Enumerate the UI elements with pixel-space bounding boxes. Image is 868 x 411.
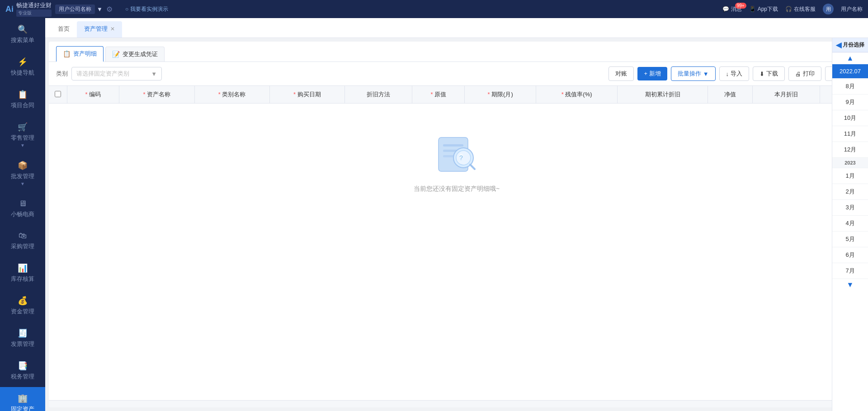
month-item-selected[interactable]: 2022.07 <box>832 64 868 79</box>
table-header-row: 编码 资产名称 类别名称 购买日期 折旧方法 原值 期限(月) 残值率(%) 期… <box>49 86 864 104</box>
company-name: 用户公司名称 <box>55 5 95 14</box>
sub-tab-change-voucher-label: 变更生成凭证 <box>123 50 158 58</box>
month-item-12[interactable]: 12月 <box>832 142 868 158</box>
table-wrapper: 编码 资产名称 类别名称 购买日期 折旧方法 原值 期限(月) 残值率(%) 期… <box>49 86 864 400</box>
add-button[interactable]: + 新增 <box>637 67 667 80</box>
tax-icon: 📑 <box>18 361 28 371</box>
reconcile-button[interactable]: 对账 <box>609 66 634 81</box>
online-service-action[interactable]: 🎧 在线客服 <box>785 5 816 13</box>
invoice-icon: 🧾 <box>18 328 28 338</box>
sidebar-item-ecommerce[interactable]: 🖥 小畅电商 <box>0 193 45 225</box>
month-item-2023-4[interactable]: 4月 <box>832 216 868 231</box>
print-label: 打印 <box>803 70 815 78</box>
demo-text: 我要看实例演示 <box>130 5 168 13</box>
search-icon: 🔍 <box>18 24 28 34</box>
sidebar-label-inventory: 库存核算 <box>11 275 34 283</box>
asset-detail-tab-icon: 📋 <box>63 50 71 57</box>
tab-asset-mgmt-label: 资产管理 <box>84 25 108 33</box>
svg-text:?: ? <box>459 154 463 161</box>
retail-arrow-icon: ▼ <box>20 143 25 148</box>
category-placeholder: 请选择固定资产类别 <box>76 70 129 78</box>
app-download-action[interactable]: 📱 App下载 <box>749 5 778 13</box>
sidebar-item-wholesale[interactable]: 📦 批发管理 ▼ <box>0 154 45 193</box>
settings-icon[interactable]: ⚙ <box>106 5 113 14</box>
category-filter-select[interactable]: 请选择固定资产类别 ▼ <box>71 67 162 80</box>
month-picker-down-button[interactable]: ▼ <box>832 279 868 291</box>
sub-tabs: 📋 资产明细 📝 变更生成凭证 <box>49 42 864 62</box>
toolbar: 类别 请选择固定资产类别 ▼ 对账 + 新增 <box>49 62 864 86</box>
app-download-label: App下载 <box>758 5 778 13</box>
print-button[interactable]: 🖨 打印 <box>788 66 821 81</box>
reconcile-label: 对账 <box>615 70 627 78</box>
month-item-2023-7[interactable]: 7月 <box>832 263 868 279</box>
ecommerce-icon: 🖥 <box>19 199 27 208</box>
sub-tab-change-voucher[interactable]: 📝 变更生成凭证 <box>105 47 165 61</box>
top-bar: Ai 畅捷通好业财 专业版 用户公司名称 ▼ ⚙ ○ 我要看实例演示 💬 消息 … <box>0 0 868 18</box>
sidebar-label-wholesale: 批发管理 <box>11 172 34 180</box>
messages-badge: 99+ <box>735 3 746 9</box>
tab-asset-mgmt[interactable]: 资产管理 ✕ <box>77 21 122 38</box>
month-item-9[interactable]: 9月 <box>832 94 868 110</box>
month-picker-nav: ▲ 2022.07 8月 9月 10月 11月 12月 2023 1月 2月 <box>832 52 868 291</box>
sidebar-item-retail[interactable]: 🛒 零售管理 ▼ <box>0 116 45 154</box>
user-avatar[interactable]: 用 <box>823 4 834 14</box>
import-label: 导入 <box>731 70 742 78</box>
company-selector[interactable]: 用户公司名称 ▼ <box>55 5 103 14</box>
inventory-icon: 📊 <box>18 263 28 273</box>
svg-point-5 <box>456 151 471 165</box>
tab-close-icon[interactable]: ✕ <box>110 26 115 32</box>
th-code: 编码 <box>67 86 119 104</box>
download-button[interactable]: ⬇ 下载 <box>753 66 785 81</box>
toolbar-actions: 对账 + 新增 批量操作 ▼ ↓ 导入 <box>609 66 857 81</box>
select-all-checkbox[interactable] <box>55 91 61 97</box>
sidebar-item-invoice[interactable]: 🧾 发票管理 <box>0 322 45 354</box>
sidebar-item-project[interactable]: 📋 项目合同 <box>0 83 45 116</box>
th-category: 类别名称 <box>194 86 269 104</box>
sidebar-item-finance[interactable]: 💰 资金管理 <box>0 289 45 322</box>
print-icon: 🖨 <box>795 71 801 77</box>
demo-link[interactable]: ○ 我要看实例演示 <box>125 5 168 13</box>
th-name: 资产名称 <box>119 86 194 104</box>
sidebar-item-purchase[interactable]: 🛍 采购管理 <box>0 225 45 257</box>
month-item-2023-1[interactable]: 1月 <box>832 168 868 184</box>
online-service-icon: 🎧 <box>785 6 792 12</box>
online-service-label: 在线客服 <box>794 5 816 13</box>
top-bar-left: Ai 畅捷通好业财 专业版 用户公司名称 ▼ ⚙ ○ 我要看实例演示 <box>5 1 722 17</box>
sidebar: 🔍 搜索菜单 ⚡ 快捷导航 📋 项目合同 🛒 零售管理 ▼ 📦 批发管理 ▼ 🖥… <box>0 18 45 411</box>
th-checkbox <box>49 86 67 104</box>
bottom-scrollbar[interactable] <box>49 400 864 407</box>
assets-table: 编码 资产名称 类别名称 购买日期 折旧方法 原值 期限(月) 残值率(%) 期… <box>49 86 864 104</box>
sidebar-item-tax[interactable]: 📑 税务管理 <box>0 354 45 387</box>
month-picker-collapse-icon[interactable]: ◀ <box>836 41 841 49</box>
main-layout: 🔍 搜索菜单 ⚡ 快捷导航 📋 项目合同 🛒 零售管理 ▼ 📦 批发管理 ▼ 🖥… <box>0 18 868 411</box>
app-subtitle: 专业版 <box>16 9 52 17</box>
sidebar-label-purchase: 采购管理 <box>11 242 34 250</box>
tab-home[interactable]: 首页 <box>51 21 77 38</box>
retail-icon: 🛒 <box>18 122 28 132</box>
sidebar-label-search: 搜索菜单 <box>11 36 34 44</box>
th-period: 期限(月) <box>465 86 536 104</box>
import-button[interactable]: ↓ 导入 <box>719 66 750 81</box>
batch-button[interactable]: 批量操作 ▼ <box>671 66 716 81</box>
sidebar-item-fixed-assets[interactable]: 🏢 固定资产 <box>0 387 45 411</box>
sub-tab-asset-detail[interactable]: 📋 资产明细 <box>56 46 104 62</box>
month-item-2023-5[interactable]: 5月 <box>832 231 868 247</box>
sidebar-label-tax: 税务管理 <box>11 373 34 381</box>
month-item-2023-3[interactable]: 3月 <box>832 200 868 216</box>
month-item-11[interactable]: 11月 <box>832 126 868 142</box>
month-item-2023-2[interactable]: 2月 <box>832 184 868 200</box>
month-picker-up-button[interactable]: ▲ <box>832 52 868 64</box>
app-download-icon: 📱 <box>749 6 756 12</box>
sidebar-item-search[interactable]: 🔍 搜索菜单 <box>0 18 45 51</box>
messages-action[interactable]: 💬 消息 99+ <box>722 5 742 13</box>
month-item-2023-6[interactable]: 6月 <box>832 247 868 263</box>
main-panel: 📋 资产明细 📝 变更生成凭证 类别 请选择固定资产类别 ▼ <box>49 42 864 407</box>
th-original-value: 原值 <box>412 86 465 104</box>
sidebar-item-quick-nav[interactable]: ⚡ 快捷导航 <box>0 51 45 83</box>
month-picker-header: ◀ 月份选择 <box>832 38 868 52</box>
month-item-8[interactable]: 8月 <box>832 79 868 94</box>
sidebar-item-inventory[interactable]: 📊 库存核算 <box>0 257 45 289</box>
month-item-10[interactable]: 10月 <box>832 110 868 126</box>
app-logo-icon: Ai <box>5 5 14 14</box>
th-residual-rate: 残值率(%) <box>536 86 618 104</box>
